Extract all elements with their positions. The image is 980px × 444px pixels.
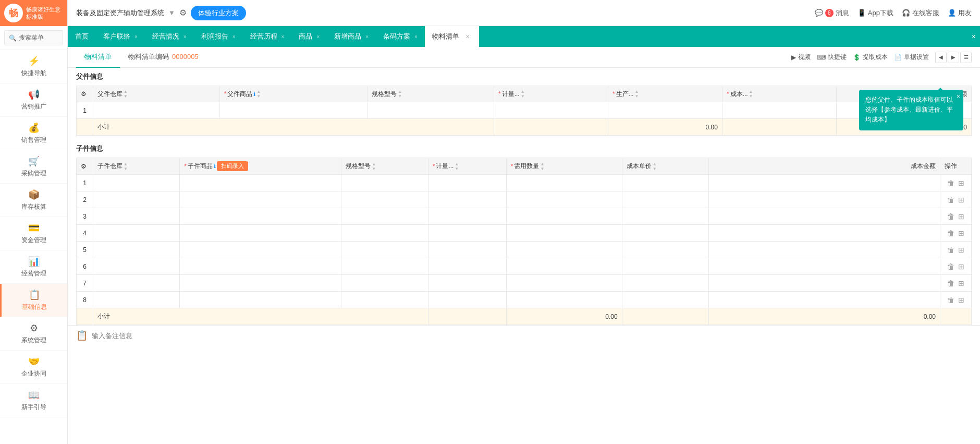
tab-barcode[interactable]: 条码方案 ×: [376, 26, 425, 47]
child-row-5-spec[interactable]: [341, 242, 428, 258]
tab-home[interactable]: 首页: [68, 26, 96, 47]
child-th-settings[interactable]: ⚙: [77, 158, 93, 175]
tooltip-close-btn[interactable]: ×: [957, 92, 960, 102]
shortcut-btn[interactable]: ⌨ 快捷键: [817, 53, 847, 62]
sidebar-item-quick-nav[interactable]: ⚡ 快捷导航: [0, 50, 67, 83]
child-row-5-delete-btn[interactable]: 🗑: [946, 246, 956, 254]
child-row-2-copy-btn[interactable]: ⊞: [957, 196, 965, 204]
child-row-3-spec[interactable]: [341, 208, 428, 225]
child-row-7-unit-cost[interactable]: [622, 275, 708, 292]
child-row-4-cost-amount[interactable]: [708, 225, 940, 242]
child-row-5-measure[interactable]: [428, 242, 506, 258]
child-row-1-copy-btn[interactable]: ⊞: [957, 179, 965, 187]
child-row-6-warehouse[interactable]: [93, 258, 180, 275]
child-settings-icon[interactable]: ⚙: [81, 163, 87, 170]
child-row-3-qty[interactable]: [506, 208, 622, 225]
dropdown-icon[interactable]: ▼: [168, 9, 175, 17]
gear-icon[interactable]: ⚙: [179, 8, 187, 18]
parent-row-1-goods[interactable]: [219, 102, 368, 119]
settings-icon[interactable]: ⚙: [81, 90, 87, 98]
tab-new-goods[interactable]: 新增商品 ×: [327, 26, 376, 47]
child-row-5-goods[interactable]: [180, 242, 341, 258]
child-row-2-unit-cost[interactable]: [622, 191, 708, 208]
child-row-8-unit-cost[interactable]: [622, 292, 708, 308]
tab-barcode-close[interactable]: ×: [414, 34, 418, 40]
child-row-5-cost-amount[interactable]: [708, 242, 940, 258]
message-item[interactable]: 💬 6 消息: [815, 8, 849, 18]
child-row-4-spec[interactable]: [341, 225, 428, 242]
tab-goods[interactable]: 商品 ×: [291, 26, 327, 47]
tab-customer-close[interactable]: ×: [134, 34, 138, 40]
sidebar-search-area[interactable]: 🔍 搜索菜单: [0, 26, 67, 50]
child-row-3-warehouse[interactable]: [93, 208, 180, 225]
tab-new-goods-close[interactable]: ×: [365, 34, 369, 40]
child-row-8-delete-btn[interactable]: 🗑: [946, 296, 956, 304]
child-row-3-measure[interactable]: [428, 208, 506, 225]
child-row-2-cost-amount[interactable]: [708, 191, 940, 208]
app-download-item[interactable]: 📱 App下载: [858, 8, 893, 18]
child-row-6-cost-amount[interactable]: [708, 258, 940, 275]
child-row-4-goods[interactable]: [180, 225, 341, 242]
parent-row-1-warehouse[interactable]: [93, 102, 220, 119]
child-row-8-measure[interactable]: [428, 292, 506, 308]
child-row-1-goods[interactable]: [180, 175, 341, 191]
child-row-8-qty[interactable]: [506, 292, 622, 308]
grid-view-btn[interactable]: ☰: [960, 52, 972, 63]
sidebar-item-marketing[interactable]: 📢 营销推广: [0, 83, 67, 117]
child-row-1-spec[interactable]: [341, 175, 428, 191]
child-row-1-measure[interactable]: [428, 175, 506, 191]
tab-goods-close[interactable]: ×: [316, 34, 320, 40]
child-row-5-qty[interactable]: [506, 242, 622, 258]
child-row-4-unit-cost[interactable]: [622, 225, 708, 242]
customer-service-item[interactable]: 🎧 在线客服: [902, 8, 939, 18]
sidebar-item-purchase[interactable]: 🛒 采购管理: [0, 150, 67, 184]
bill-settings-btn[interactable]: 📄 单据设置: [894, 53, 929, 62]
child-row-8-copy-btn[interactable]: ⊞: [957, 296, 965, 304]
child-row-6-qty[interactable]: [506, 258, 622, 275]
sidebar-item-enterprise[interactable]: 🤝 企业协同: [0, 351, 67, 384]
child-row-2-delete-btn[interactable]: 🗑: [946, 196, 956, 204]
child-row-7-qty[interactable]: [506, 275, 622, 292]
child-row-7-cost-amount[interactable]: [708, 275, 940, 292]
parent-row-1-cost[interactable]: [722, 102, 836, 119]
child-row-6-measure[interactable]: [428, 258, 506, 275]
child-row-1-warehouse[interactable]: [93, 175, 180, 191]
child-row-6-spec[interactable]: [341, 258, 428, 275]
child-row-3-copy-btn[interactable]: ⊞: [957, 212, 965, 221]
child-row-7-delete-btn[interactable]: 🗑: [946, 279, 956, 287]
child-row-3-cost-amount[interactable]: [708, 208, 940, 225]
child-row-8-goods[interactable]: [180, 292, 341, 308]
child-row-6-unit-cost[interactable]: [622, 258, 708, 275]
extract-cost-btn[interactable]: 💲 提取成本: [853, 53, 888, 62]
tab-profit[interactable]: 利润报告 ×: [194, 26, 243, 47]
child-row-2-warehouse[interactable]: [93, 191, 180, 208]
sidebar-item-system[interactable]: ⚙ 系统管理: [0, 317, 67, 351]
child-row-4-warehouse[interactable]: [93, 225, 180, 242]
child-row-7-measure[interactable]: [428, 275, 506, 292]
child-row-3-goods[interactable]: [180, 208, 341, 225]
parent-row-1-spec[interactable]: [368, 102, 494, 119]
parent-th-settings[interactable]: ⚙: [77, 86, 93, 102]
sidebar-item-operations[interactable]: 📊 经营管理: [0, 250, 67, 284]
child-row-8-cost-amount[interactable]: [708, 292, 940, 308]
child-row-6-delete-btn[interactable]: 🗑: [946, 262, 956, 271]
tab-close-all[interactable]: ×: [967, 32, 980, 41]
parent-row-1-production[interactable]: [608, 102, 722, 119]
parent-row-1-measure[interactable]: [494, 102, 608, 119]
child-row-5-warehouse[interactable]: [93, 242, 180, 258]
scan-button[interactable]: 扫码录入: [217, 161, 248, 171]
sub-tab-bom-list[interactable]: 物料清单: [76, 47, 120, 68]
child-row-1-cost-amount[interactable]: [708, 175, 940, 191]
child-row-7-goods[interactable]: [180, 275, 341, 292]
sidebar-item-sales[interactable]: 💰 销售管理: [0, 117, 67, 150]
remark-input[interactable]: [92, 332, 972, 340]
child-row-2-measure[interactable]: [428, 191, 506, 208]
child-row-1-delete-btn[interactable]: 🗑: [946, 179, 956, 187]
child-row-3-delete-btn[interactable]: 🗑: [946, 212, 956, 221]
tab-bom-close[interactable]: ×: [463, 32, 472, 41]
child-row-5-copy-btn[interactable]: ⊞: [957, 246, 965, 254]
child-row-4-delete-btn[interactable]: 🗑: [946, 229, 956, 237]
child-row-8-spec[interactable]: [341, 292, 428, 308]
child-row-2-spec[interactable]: [341, 191, 428, 208]
sub-tab-bom-code[interactable]: 物料清单编码 0000005: [120, 47, 207, 68]
